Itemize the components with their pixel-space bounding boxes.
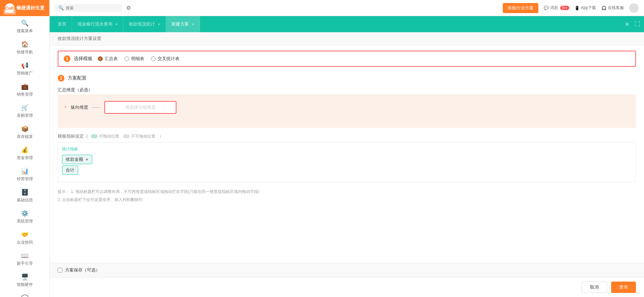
system-icon: ⚙️ xyxy=(21,210,29,217)
sidebar-item-sales[interactable]: 💼 销售管理 xyxy=(0,80,49,101)
template-section: 1 选择模板 汇总表 明细表 交叉统计表 xyxy=(58,51,636,67)
radio-detail-input[interactable] xyxy=(124,56,129,61)
sidebar-item-wechat[interactable]: 💬 企业微信 xyxy=(0,291,49,297)
sidebar-item-finance[interactable]: 💰 资金管理 xyxy=(0,143,49,164)
sidebar-item-business[interactable]: 📊 经营管理 xyxy=(0,164,49,185)
indicator-label-text: 模板指标设定（ xyxy=(58,133,88,139)
dimension-select[interactable]: 请选择分组维度 xyxy=(104,101,176,114)
radio-summary-input[interactable] xyxy=(98,56,103,61)
query-button[interactable]: 查询 xyxy=(611,282,636,293)
search-icon: 🔍 xyxy=(58,5,64,10)
tag-dropdown-icon[interactable]: ▼ xyxy=(85,158,89,161)
stat-subtag-total[interactable]: 合计 xyxy=(62,165,78,175)
radio-cross-input[interactable] xyxy=(151,56,156,61)
service-btn[interactable]: 🎧 在线客服 xyxy=(601,5,624,11)
sales-icon: 💼 xyxy=(21,83,29,90)
radio-detail-label: 明细表 xyxy=(131,56,144,62)
tab-cashflow-close[interactable]: ✕ xyxy=(115,22,118,26)
basics-icon: 🗄️ xyxy=(21,189,29,196)
radio-detail[interactable]: 明细表 xyxy=(124,56,144,62)
breadcrumb: 收款情况统计方案设置 xyxy=(50,32,644,45)
draggable-dot xyxy=(91,134,98,138)
sidebar-item-guide[interactable]: 📖 新手引导 xyxy=(0,249,49,270)
wechat-icon: 💬 xyxy=(21,294,29,297)
sidebar-item-label: 企业协同 xyxy=(17,240,33,245)
stat-label: 统计指标 xyxy=(62,146,632,152)
sidebar-item-purchase[interactable]: 🛒 采购管理 xyxy=(0,101,49,122)
collab-icon: 🤝 xyxy=(21,231,29,238)
hint-draggable: 可拖动位置 xyxy=(91,134,119,139)
sidebar-item-basics[interactable]: 🗄️ 基础信息 xyxy=(0,185,49,206)
sidebar-item-inventory[interactable]: 📦 库存核算 xyxy=(0,122,49,143)
sidebar-item-system[interactable]: ⚙️ 系统管理 xyxy=(0,206,49,228)
sidebar-item-search[interactable]: 🔍 搜索菜单 xyxy=(0,16,49,37)
page-content: 收款情况统计方案设置 1 选择模板 汇总表 明细表 xyxy=(50,32,644,277)
step1-title: 选择模板 xyxy=(74,56,93,62)
step1-number: 1 xyxy=(64,55,70,62)
download-btn[interactable]: 📱 App下载 xyxy=(575,5,596,11)
tab-newplan[interactable]: 新建方案 ✕ xyxy=(166,16,200,32)
sidebar-item-label: 快捷导航 xyxy=(17,49,33,55)
save-plan-checkbox[interactable] xyxy=(58,268,62,273)
tab-newplan-label: 新建方案 xyxy=(171,21,189,27)
tip1: 提示： 1. 拖动标题栏可以调整布局，不可跨维度或指标区域拖动拦目字段(只能在同… xyxy=(58,188,636,196)
dimension-row: * 纵向维度 —— 请选择分组维度 xyxy=(64,101,629,114)
app-name: 畅捷通好生意 xyxy=(16,5,45,11)
tab-bar: 首页 现金银行流水查询 ✕ 收款情况统计 ✕ 新建方案 ✕ ✕ ⛶ xyxy=(50,16,644,32)
sidebar-item-hardware[interactable]: 🖥️ 智能硬件 xyxy=(0,270,49,291)
radio-cross[interactable]: 交叉统计表 xyxy=(151,56,179,62)
tab-maximize-btn[interactable]: ⛶ xyxy=(633,20,641,29)
dimension-area: * 纵向维度 —— 请选择分组维度 xyxy=(58,94,636,128)
main-content: 🔍 ⚙ 体验行业方案 💬 消息 99+ 📱 App下载 🎧 在线客服 首页 xyxy=(50,0,644,297)
search-box[interactable]: 🔍 xyxy=(55,4,122,12)
radio-summary-label: 汇总表 xyxy=(105,56,118,62)
industry-btn[interactable]: 体验行业方案 xyxy=(503,3,538,13)
settings-icon[interactable]: ⚙ xyxy=(126,5,131,11)
sidebar-logo: CaR 畅捷通好生意 标准版 xyxy=(0,0,49,16)
tab-home[interactable]: 首页 xyxy=(52,16,72,32)
nondraggable-dot xyxy=(123,134,130,138)
finance-icon: 💰 xyxy=(21,146,29,154)
message-btn[interactable]: 💬 消息 99+ xyxy=(544,5,569,11)
home-icon: 🏠 xyxy=(21,41,29,48)
tab-home-label: 首页 xyxy=(58,21,66,27)
tab-cashflow[interactable]: 现金银行流水查询 ✕ xyxy=(72,16,123,32)
business-icon: 📊 xyxy=(21,167,29,175)
user-avatar[interactable] xyxy=(629,3,639,13)
purchase-icon: 🛒 xyxy=(21,104,29,111)
page-body: 1 选择模板 汇总表 明细表 交叉统计表 xyxy=(50,45,644,263)
message-badge: 99+ xyxy=(560,6,569,10)
tab-minimize-btn[interactable]: ✕ xyxy=(624,20,631,29)
step2-number: 2 xyxy=(58,75,64,82)
tab-cashflow-label: 现金银行流水查询 xyxy=(77,21,112,27)
message-icon: 💬 xyxy=(544,6,549,10)
sidebar-item-label: 新手引导 xyxy=(17,261,33,266)
tab-collection-label: 收款情况统计 xyxy=(129,21,155,27)
sidebar-item-marketing[interactable]: 📢 营销推广 xyxy=(0,58,49,80)
template-radio-group: 汇总表 明细表 交叉统计表 xyxy=(98,56,179,62)
stat-subtag-total-label: 合计 xyxy=(66,167,74,173)
search-input[interactable] xyxy=(66,6,119,10)
step2-title: 方案配置 xyxy=(68,75,87,81)
sidebar-item-quicknav[interactable]: 🏠 快捷导航 xyxy=(0,37,49,58)
guide-icon: 📖 xyxy=(21,252,29,259)
page-footer: 方案保存（可选） xyxy=(50,263,644,277)
tab-newplan-close[interactable]: ✕ xyxy=(192,22,194,26)
tab-collection-close[interactable]: ✕ xyxy=(158,22,160,26)
action-bar: 取消 查询 xyxy=(50,277,644,297)
stat-tag-amount[interactable]: 收款金额 ▼ xyxy=(62,155,92,164)
sidebar-item-collab[interactable]: 🤝 企业协同 xyxy=(0,228,49,249)
radio-summary[interactable]: 汇总表 xyxy=(98,56,118,62)
search-icon: 🔍 xyxy=(21,19,29,27)
hint-nondraggable: 不可拖动位置 xyxy=(123,134,155,139)
dimension-placeholder: 请选择分组维度 xyxy=(125,105,156,110)
sidebar-nav: 🔍 搜索菜单 🏠 快捷导航 📢 营销推广 💼 销售管理 🛒 采购管理 📦 库存核… xyxy=(0,16,49,297)
cancel-button[interactable]: 取消 xyxy=(582,282,607,293)
sidebar-item-label: 搜索菜单 xyxy=(17,28,33,34)
indicator-section: 模板指标设定（ 可拖动位置 不可拖动位置 ） xyxy=(58,133,636,182)
tab-collection[interactable]: 收款情况统计 ✕ xyxy=(123,16,166,32)
indicator-hint: 可拖动位置 不可拖动位置 ） xyxy=(91,134,163,139)
stat-tags: 收款金额 ▼ 合计 xyxy=(62,155,632,176)
message-label: 消息 xyxy=(550,5,558,11)
vertical-dimension-label: 纵向维度 xyxy=(71,104,88,110)
